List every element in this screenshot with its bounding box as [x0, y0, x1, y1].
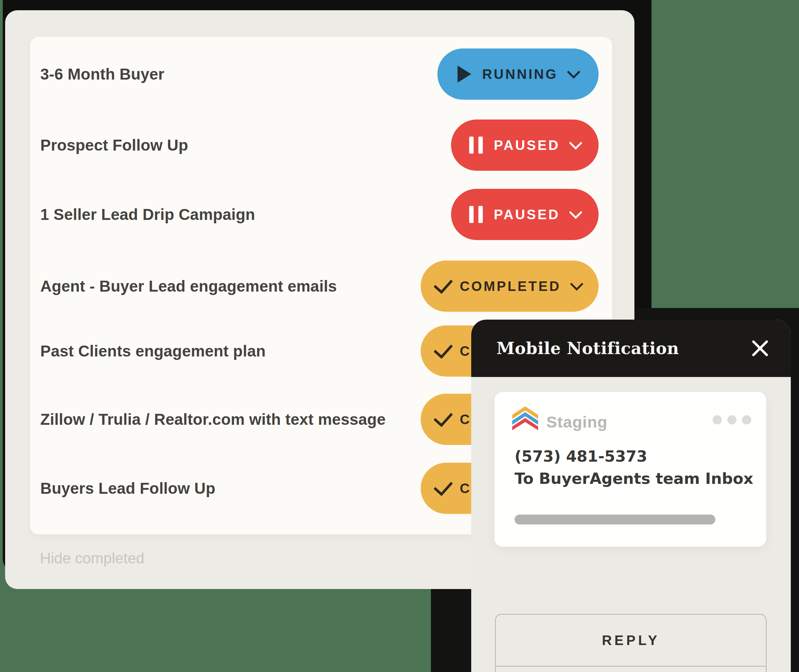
- check-icon: [434, 339, 453, 359]
- chevron-down-icon: [569, 206, 583, 219]
- status-label: RUNNING: [482, 67, 558, 81]
- check-icon: [434, 274, 453, 294]
- mobile-notification-panel: Mobile Notification Staging (573) 481-53…: [471, 320, 791, 672]
- status-label: PAUSED: [494, 138, 560, 152]
- status-button-running[interactable]: RUNNING: [438, 48, 599, 100]
- status-button-paused[interactable]: PAUSED: [451, 189, 599, 240]
- chevron-down-icon: [567, 65, 580, 79]
- close-icon[interactable]: [751, 339, 769, 357]
- notification-body: Staging (573) 481-5373 To BuyerAgents te…: [471, 377, 791, 672]
- notification-phone-number: (573) 481-5373: [515, 449, 647, 464]
- campaign-name: Agent - Buyer Lead engagement emails: [40, 277, 337, 295]
- campaign-name: 3-6 Month Buyer: [40, 65, 164, 83]
- campaign-name: Zillow / Trulia / Realtor.com with text …: [40, 410, 385, 429]
- chevron-down-icon: [569, 136, 583, 150]
- status-label: PAUSED: [494, 208, 560, 221]
- play-icon: [457, 66, 471, 83]
- pause-icon: [469, 137, 483, 154]
- reply-button[interactable]: REPLY: [496, 614, 766, 666]
- notification-destination: To BuyerAgents team Inbox: [515, 471, 753, 486]
- screenshot-canvas: 3-6 Month BuyerRUNNINGProspect Follow Up…: [0, 0, 799, 672]
- app-name: Staging: [547, 413, 607, 431]
- check-icon: [434, 476, 453, 496]
- progress-bar: [515, 515, 715, 525]
- campaign-name: Prospect Follow Up: [40, 136, 188, 154]
- campaign-name: Past Clients engagement plan: [40, 342, 266, 360]
- status-label: COMPLETED: [460, 279, 561, 293]
- notification-header: Mobile Notification: [471, 320, 791, 377]
- pause-icon: [469, 206, 483, 223]
- notification-title: Mobile Notification: [497, 339, 679, 358]
- review-button[interactable]: REVIEW: [496, 666, 766, 672]
- campaign-name: 1 Seller Lead Drip Campaign: [40, 205, 255, 224]
- hide-completed-link[interactable]: Hide completed: [40, 550, 144, 567]
- status-button-paused[interactable]: PAUSED: [451, 120, 599, 171]
- staging-chevrons-logo-icon: [512, 406, 538, 430]
- status-button-completed[interactable]: COMPLETED: [421, 261, 599, 312]
- campaign-name: Buyers Lead Follow Up: [40, 479, 216, 498]
- notification-actions: REPLY REVIEW: [495, 614, 767, 672]
- notification-card: Staging (573) 481-5373 To BuyerAgents te…: [494, 392, 766, 547]
- check-icon: [434, 407, 453, 427]
- chevron-down-icon: [570, 277, 583, 291]
- ellipsis-icon[interactable]: [713, 415, 751, 424]
